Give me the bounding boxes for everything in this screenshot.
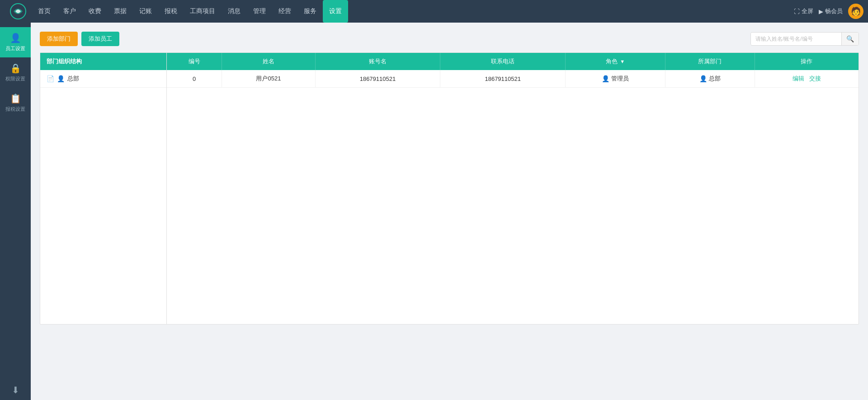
sidebar-label-permission: 权限设置 <box>5 75 25 82</box>
role-badge: 👤 管理员 <box>602 75 629 83</box>
th-name: 姓名 <box>222 53 315 70</box>
sidebar-item-tax-settings[interactable]: 📋 报税设置 <box>0 88 31 118</box>
table-panel: 编号 姓名 账号名 联系电话 角色 ▼ 所属部门 操作 0 <box>167 53 859 324</box>
th-dept: 所属部门 <box>665 53 755 70</box>
cell-id: 0 <box>167 70 222 88</box>
nav-item-operation[interactable]: 经营 <box>272 0 297 23</box>
nav-item-tax[interactable]: 报税 <box>158 0 184 23</box>
member-label: 畅会员 <box>825 7 843 15</box>
th-role[interactable]: 角色 ▼ <box>566 53 665 70</box>
fullscreen-btn[interactable]: ⛶ 全屏 <box>794 7 813 15</box>
tree-item-general[interactable]: 📄 👤 总部 <box>40 70 166 88</box>
role-label: 管理员 <box>611 75 629 83</box>
nav-items: 首页 客户 收费 票据 记账 报税 工商项目 消息 管理 经营 服务 设置 <box>32 0 794 23</box>
nav-item-service[interactable]: 服务 <box>297 0 323 23</box>
fullscreen-icon: ⛶ <box>794 8 800 15</box>
dept-user-icon: 👤 <box>699 75 707 82</box>
dept-badge: 👤 总部 <box>699 75 721 83</box>
nav-item-fee[interactable]: 收费 <box>82 0 108 23</box>
member-btn[interactable]: ▶ 畅会员 <box>819 7 843 15</box>
search-icon: 🔍 <box>846 35 854 42</box>
tree-panel: 部门组织结构 📄 👤 总部 <box>40 53 167 324</box>
logo <box>5 3 32 19</box>
th-phone: 联系电话 <box>440 53 566 70</box>
cell-dept: 👤 总部 <box>665 70 755 88</box>
table-row: 0 用户0521 18679110521 18679110521 👤 管理员 <box>167 70 859 88</box>
search-button[interactable]: 🔍 <box>841 33 859 45</box>
add-employee-button[interactable]: 添加员工 <box>81 32 119 46</box>
member-icon: ▶ <box>819 8 823 15</box>
tree-header: 部门组织结构 <box>40 53 166 70</box>
permission-icon: 🔒 <box>10 63 21 74</box>
filter-icon: ▼ <box>620 59 625 64</box>
nav-item-message[interactable]: 消息 <box>222 0 247 23</box>
cell-role: 👤 管理员 <box>566 70 665 88</box>
nav-item-settings[interactable]: 设置 <box>323 0 348 23</box>
sidebar-item-permission[interactable]: 🔒 权限设置 <box>0 57 31 88</box>
top-nav: 首页 客户 收费 票据 记账 报税 工商项目 消息 管理 经营 服务 设置 ⛶ … <box>0 0 868 23</box>
transfer-link[interactable]: 交接 <box>809 75 821 82</box>
search-box: 🔍 <box>750 32 859 46</box>
download-icon[interactable]: ⬇ <box>12 385 19 395</box>
tax-settings-icon: 📋 <box>10 93 21 104</box>
nav-item-account[interactable]: 记账 <box>133 0 158 23</box>
employee-table: 编号 姓名 账号名 联系电话 角色 ▼ 所属部门 操作 0 <box>167 53 859 88</box>
employee-icon: 👤 <box>10 33 21 43</box>
search-input[interactable] <box>751 33 841 45</box>
cell-actions: 编辑 交接 <box>755 70 859 88</box>
sidebar-label-employee: 员工设置 <box>5 45 25 52</box>
nav-item-manage[interactable]: 管理 <box>247 0 272 23</box>
cell-account: 18679110521 <box>315 70 440 88</box>
file-icon: 📄 <box>47 75 54 82</box>
main-content: 添加部门 添加员工 🔍 部门组织结构 📄 👤 总部 编号 <box>31 23 868 400</box>
dept-label: 总部 <box>709 75 721 83</box>
sidebar-item-employee[interactable]: 👤 员工设置 <box>0 27 31 57</box>
nav-item-bill[interactable]: 票据 <box>108 0 133 23</box>
table-header-row: 编号 姓名 账号名 联系电话 角色 ▼ 所属部门 操作 <box>167 53 859 70</box>
avatar[interactable]: 🧑 <box>848 4 863 19</box>
sidebar-label-tax-settings: 报税设置 <box>5 106 25 113</box>
th-id: 编号 <box>167 53 222 70</box>
avatar-icon: 🧑 <box>851 6 861 16</box>
user-icon: 👤 <box>57 75 65 82</box>
cell-phone: 18679110521 <box>440 70 566 88</box>
action-bar: 添加部门 添加员工 🔍 <box>40 32 859 46</box>
cell-name: 用户0521 <box>222 70 315 88</box>
th-actions: 操作 <box>755 53 859 70</box>
nav-item-business[interactable]: 工商项目 <box>184 0 222 23</box>
sidebar-bottom: ⬇ <box>0 385 31 395</box>
nav-right: ⛶ 全屏 ▶ 畅会员 🧑 <box>794 4 863 19</box>
tree-item-label: 总部 <box>67 75 79 83</box>
sidebar: 👤 员工设置 🔒 权限设置 📋 报税设置 ⬇ <box>0 23 31 400</box>
add-dept-button[interactable]: 添加部门 <box>40 32 78 46</box>
nav-item-customer[interactable]: 客户 <box>57 0 82 23</box>
content-wrapper: 部门组织结构 📄 👤 总部 编号 姓名 账号名 联系电话 角色 <box>40 52 859 325</box>
role-user-icon: 👤 <box>602 75 609 82</box>
edit-link[interactable]: 编辑 <box>793 75 804 82</box>
th-account: 账号名 <box>315 53 440 70</box>
nav-item-home[interactable]: 首页 <box>32 0 57 23</box>
logo-icon <box>10 3 26 19</box>
fullscreen-label: 全屏 <box>802 7 813 15</box>
th-role-label: 角色 <box>606 58 618 65</box>
